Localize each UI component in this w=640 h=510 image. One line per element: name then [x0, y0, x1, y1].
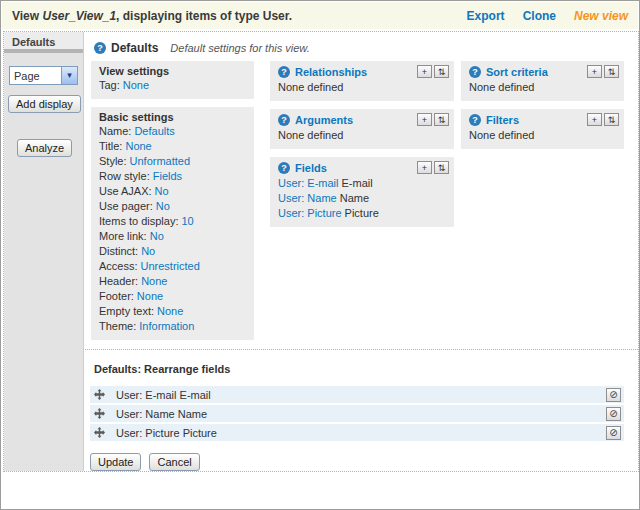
setting-row: Row style:Fields — [99, 169, 249, 184]
view-name: User_View_1 — [42, 9, 116, 23]
setting-label: Row style: — [99, 170, 150, 182]
help-icon[interactable]: ? — [94, 42, 106, 54]
setting-value-link[interactable]: Unrestricted — [141, 260, 200, 272]
fields-box: ? Fields + ⇅ User: E-mailE-mail User: Na… — [270, 157, 454, 227]
setting-value-link[interactable]: Unformatted — [130, 155, 191, 167]
setting-row: Style:Unformatted — [99, 154, 249, 169]
add-button[interactable]: + — [587, 113, 602, 126]
drag-handle[interactable] — [94, 389, 105, 400]
move-icon — [94, 427, 105, 438]
setting-row: Tag:None — [99, 78, 249, 93]
empty-text: None defined — [278, 128, 449, 143]
rearrange-button[interactable]: ⇅ — [434, 65, 449, 78]
setting-value-link[interactable]: None — [157, 305, 183, 317]
views-edit-page: View User_View_1, displaying items of ty… — [0, 0, 640, 510]
display-type-value: Page — [10, 70, 61, 82]
field-link[interactable]: User: Picture — [278, 207, 342, 219]
basic-settings-title: Basic settings — [99, 111, 249, 123]
cancel-button[interactable]: Cancel — [149, 453, 199, 471]
view-title-prefix: View — [12, 9, 42, 23]
setting-row: Name:Defaults — [99, 124, 249, 139]
setting-value-link[interactable]: Fields — [153, 170, 182, 182]
setting-row: Access:Unrestricted — [99, 259, 249, 274]
filters-title-link[interactable]: Filters — [486, 114, 519, 126]
setting-row: Items to display:10 — [99, 214, 249, 229]
add-display-button[interactable]: Add display — [8, 95, 81, 113]
setting-label: Name: — [99, 125, 131, 137]
rearrange-button[interactable]: ⇅ — [604, 113, 619, 126]
setting-label: Items to display: — [99, 215, 178, 227]
setting-value-link[interactable]: 10 — [181, 215, 193, 227]
drag-handle[interactable] — [94, 408, 105, 419]
clone-link[interactable]: Clone — [523, 9, 556, 23]
setting-label: Title: — [99, 140, 122, 152]
setting-label: Footer: — [99, 290, 134, 302]
add-button[interactable]: + — [417, 113, 432, 126]
add-button[interactable]: + — [417, 65, 432, 78]
field-link[interactable]: User: E-mail — [278, 177, 339, 189]
setting-label: Use pager: — [99, 200, 153, 212]
arguments-title-link[interactable]: Arguments — [295, 114, 353, 126]
remove-button[interactable]: ⊘ — [606, 388, 621, 402]
empty-text: None defined — [469, 80, 619, 95]
setting-row: Footer:None — [99, 289, 249, 304]
drag-handle[interactable] — [94, 427, 105, 438]
setting-value-link[interactable]: Defaults — [134, 125, 174, 137]
chevron-down-icon[interactable]: ▾ — [61, 67, 77, 84]
setting-value-link[interactable]: No — [155, 185, 169, 197]
rearrange-title: Defaults: Rearrange fields — [85, 350, 638, 386]
arguments-box: ? Arguments + ⇅ None defined — [270, 109, 454, 149]
setting-value-link[interactable]: No — [141, 245, 155, 257]
relationships-title-link[interactable]: Relationships — [295, 66, 367, 78]
setting-value-link[interactable]: No — [156, 200, 170, 212]
sort-criteria-box: ? Sort criteria + ⇅ None defined — [461, 61, 624, 101]
rearrange-button[interactable]: ⇅ — [434, 113, 449, 126]
form-actions: Update Cancel — [90, 453, 638, 471]
help-icon[interactable]: ? — [469, 66, 481, 78]
fields-title-link[interactable]: Fields — [295, 162, 327, 174]
empty-text: None defined — [278, 80, 449, 95]
display-settings-main: ? Defaults Default settings for this vie… — [85, 32, 638, 471]
help-icon[interactable]: ? — [278, 114, 290, 126]
field-row: User: NameName — [278, 191, 449, 206]
setting-value-link[interactable]: Information — [139, 320, 194, 332]
filters-box: ? Filters + ⇅ None defined — [461, 109, 624, 149]
view-settings-title: View settings — [99, 65, 249, 77]
help-icon[interactable]: ? — [278, 162, 290, 174]
field-link[interactable]: User: Name — [278, 192, 337, 204]
setting-row: Use pager:No — [99, 199, 249, 214]
setting-value-link[interactable]: None — [123, 79, 149, 91]
help-icon[interactable]: ? — [278, 66, 290, 78]
display-type-select[interactable]: Page ▾ — [9, 66, 78, 85]
setting-value-link[interactable]: None — [125, 140, 151, 152]
column-1: View settings Tag:None Basic settings Na… — [91, 61, 254, 348]
analyze-button[interactable]: Analyze — [17, 139, 72, 157]
new-view-link[interactable]: New view — [574, 9, 628, 23]
rearrange-button[interactable]: ⇅ — [604, 65, 619, 78]
remove-button[interactable]: ⊘ — [606, 426, 621, 440]
setting-value-link[interactable]: None — [137, 290, 163, 302]
help-icon[interactable]: ? — [469, 114, 481, 126]
export-link[interactable]: Export — [467, 9, 505, 23]
tab-defaults[interactable]: Defaults — [4, 32, 83, 53]
add-button[interactable]: + — [417, 161, 432, 174]
remove-button[interactable]: ⊘ — [606, 407, 621, 421]
relationships-box: ? Relationships + ⇅ None defined — [270, 61, 454, 101]
setting-row: Title:None — [99, 139, 249, 154]
field-label: E-mail — [342, 177, 373, 189]
field-label: Picture — [345, 207, 379, 219]
setting-label: Empty text: — [99, 305, 154, 317]
view-title: View User_View_1, displaying items of ty… — [12, 9, 292, 23]
setting-value-link[interactable]: No — [150, 230, 164, 242]
update-button[interactable]: Update — [90, 453, 141, 471]
sort-criteria-title-link[interactable]: Sort criteria — [486, 66, 548, 78]
column-3: ? Sort criteria + ⇅ None defined ? F — [461, 61, 624, 157]
add-button[interactable]: + — [587, 65, 602, 78]
setting-value-link[interactable]: None — [141, 275, 167, 287]
rearrange-button[interactable]: ⇅ — [434, 161, 449, 174]
setting-row: Theme:Information — [99, 319, 249, 334]
view-settings-box: View settings Tag:None — [91, 61, 254, 99]
display-title: Defaults — [111, 41, 158, 55]
table-row: User: Name Name ⊘ — [90, 405, 624, 422]
setting-row: More link:No — [99, 229, 249, 244]
